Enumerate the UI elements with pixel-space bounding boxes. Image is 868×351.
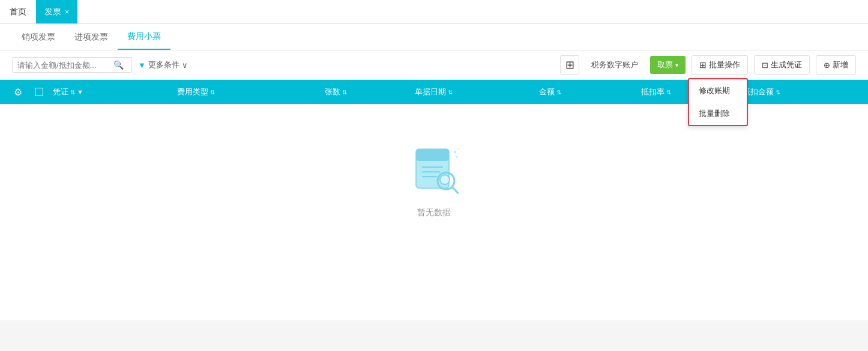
take-ticket-label: 取票 <box>657 60 673 70</box>
batch-op-label: 批量操作 <box>709 60 740 70</box>
add-label: 新增 <box>833 60 848 70</box>
sub-nav-purchase-invoice[interactable]: 进项发票 <box>65 24 118 50</box>
header-checkbox[interactable] <box>35 88 43 96</box>
voucher-sort-icon[interactable]: ⇅ <box>70 89 75 96</box>
th-check <box>30 88 48 96</box>
qr-button[interactable]: ⊞ <box>560 55 579 75</box>
take-ticket-button[interactable]: 取票 ▾ <box>650 56 686 74</box>
empty-icon <box>404 140 464 200</box>
voucher-filter-icon[interactable]: ▼ <box>77 88 83 96</box>
take-ticket-arrow: ▾ <box>675 62 678 69</box>
filter-icon: ▼ <box>138 61 146 70</box>
th-count: 张数 ⇅ <box>320 87 410 97</box>
gen-voucher-button[interactable]: ⊡ 生成凭证 <box>754 55 810 75</box>
search-box[interactable]: 🔍 <box>12 57 132 73</box>
qr-icon: ⊞ <box>565 58 574 72</box>
svg-point-6 <box>440 175 450 185</box>
svg-line-7 <box>452 187 458 193</box>
svg-point-10 <box>457 148 459 150</box>
sub-nav-purchase-label: 进项发票 <box>74 32 108 43</box>
sub-nav: 销项发票 进项发票 费用小票 <box>0 24 868 50</box>
count-sort-icon[interactable]: ⇅ <box>342 89 347 96</box>
sub-nav-expense-ticket[interactable]: 费用小票 <box>118 24 170 50</box>
batch-op-button[interactable]: ⊞ 批量操作 <box>692 55 748 75</box>
search-icon[interactable]: 🔍 <box>113 60 124 70</box>
home-tab[interactable]: 首页 <box>0 0 36 23</box>
svg-point-9 <box>456 156 458 158</box>
date-sort-icon[interactable]: ⇅ <box>448 89 453 96</box>
toolbar: 🔍 ▼ 更多条件 ∨ ⊞ 税务数字账户 取票 ▾ <box>0 50 868 80</box>
batch-op-container: ⊞ 批量操作 修改账期 批量删除 <box>692 55 748 75</box>
th-settings: ⚙ <box>6 87 30 98</box>
expense-type-sort-icon[interactable]: ⇅ <box>210 89 215 96</box>
toolbar-right: ⊞ 税务数字账户 取票 ▾ ⊞ 批量操作 修改账期 <box>560 55 856 75</box>
th-amount: 金额 ⇅ <box>534 87 636 97</box>
filter-button[interactable]: ▼ 更多条件 ∨ <box>138 60 188 70</box>
add-button[interactable]: ⊕ 新增 <box>816 55 856 75</box>
amount-sort-icon[interactable]: ⇅ <box>556 89 561 96</box>
invoice-tab[interactable]: 发票 × <box>36 0 77 23</box>
filter-arrow: ∨ <box>182 61 188 70</box>
th-date: 单据日期 ⇅ <box>410 87 534 97</box>
tax-account-button[interactable]: 税务数字账户 <box>585 56 644 73</box>
deduct-rate-sort-icon[interactable]: ⇅ <box>666 89 671 96</box>
th-expense-type: 费用类型 ⇅ <box>172 87 320 97</box>
svg-rect-1 <box>416 149 449 161</box>
deduct-amount-sort-icon[interactable]: ⇅ <box>776 89 780 96</box>
search-input[interactable] <box>17 61 113 70</box>
tax-account-label: 税务数字账户 <box>591 60 638 70</box>
th-deduct-amount: 抵扣金额 ⇅ <box>738 87 862 97</box>
batch-op-icon: ⊞ <box>699 60 707 70</box>
sub-nav-sales-label: 销项发票 <box>22 32 55 43</box>
dropdown-batch-delete[interactable]: 批量删除 <box>689 102 747 125</box>
gen-voucher-icon: ⊡ <box>762 61 768 70</box>
toolbar-left: 🔍 ▼ 更多条件 ∨ <box>12 57 188 73</box>
invoice-tab-close[interactable]: × <box>65 8 69 16</box>
add-icon: ⊕ <box>824 61 830 70</box>
gen-voucher-label: 生成凭证 <box>771 60 802 70</box>
dropdown-modify-period[interactable]: 修改账期 <box>689 79 747 102</box>
th-voucher: 凭证 ⇅ ▼ <box>48 87 172 97</box>
svg-point-8 <box>454 151 456 153</box>
empty-text: 暂无数据 <box>417 207 451 218</box>
sub-nav-sales-invoice[interactable]: 销项发票 <box>12 24 65 50</box>
gear-icon[interactable]: ⚙ <box>14 87 22 98</box>
invoice-tab-label: 发票 <box>44 7 61 17</box>
batch-op-dropdown: 修改账期 批量删除 <box>688 78 748 126</box>
filter-label: 更多条件 <box>148 60 179 70</box>
top-nav: 首页 发票 × <box>0 0 868 24</box>
sub-nav-expense-label: 费用小票 <box>127 31 161 42</box>
